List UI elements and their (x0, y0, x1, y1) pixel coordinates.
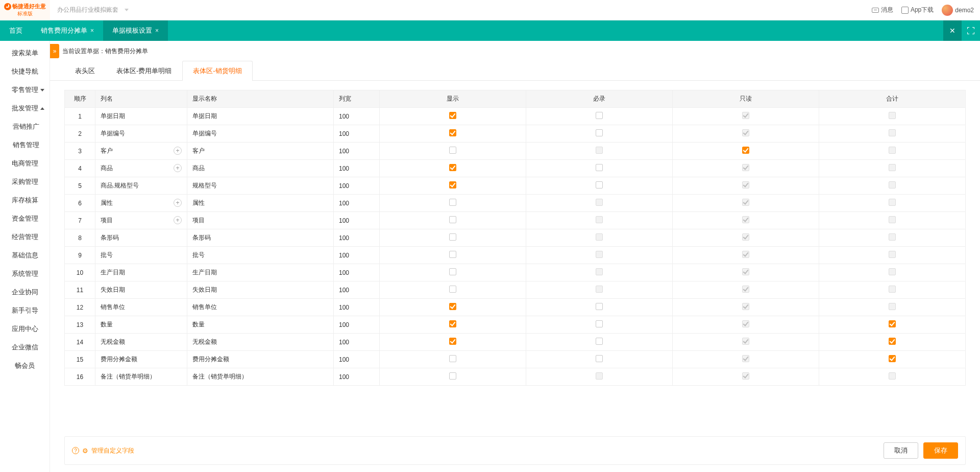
checkbox[interactable] (596, 112, 603, 119)
expand-plus-icon[interactable]: + (174, 147, 182, 155)
cell-width[interactable]: 100 (334, 212, 380, 229)
cell-dispname[interactable]: 销售单位 (187, 299, 334, 316)
checkbox[interactable] (596, 129, 603, 136)
checkbox[interactable] (889, 355, 896, 362)
user-menu[interactable]: demo2 (942, 5, 974, 16)
sidebar-subitem[interactable]: 销售管理 (0, 136, 50, 154)
checkbox[interactable] (449, 320, 456, 327)
expand-plus-icon[interactable]: + (174, 199, 182, 207)
checkbox[interactable] (449, 303, 456, 310)
cell-dispname[interactable]: 单据编号 (187, 125, 334, 143)
checkbox[interactable] (449, 216, 456, 223)
checkbox[interactable] (596, 303, 603, 310)
checkbox[interactable] (449, 286, 456, 293)
cell-dispname[interactable]: 项目 (187, 212, 334, 229)
checkbox[interactable] (449, 181, 456, 188)
checkbox[interactable] (449, 268, 456, 275)
sidebar-item[interactable]: 应用中心 (0, 320, 50, 338)
cell-dispname[interactable]: 备注（销货单明细） (187, 368, 334, 386)
checkbox[interactable] (449, 164, 456, 171)
checkbox[interactable] (596, 164, 603, 171)
cell-width[interactable]: 100 (334, 247, 380, 264)
sidebar-item[interactable]: 企业微信 (0, 338, 50, 357)
nav-tab[interactable]: 首页 (0, 20, 32, 41)
checkbox[interactable] (449, 147, 456, 154)
checkbox[interactable] (449, 199, 456, 206)
sidebar-item[interactable]: 企业协同 (0, 283, 50, 301)
app-download-button[interactable]: App下载 (901, 6, 934, 14)
sidebar-item[interactable]: 电商管理 (0, 154, 50, 173)
cell-dispname[interactable]: 失效日期 (187, 281, 334, 299)
checkbox[interactable] (742, 147, 749, 154)
sidebar-item[interactable]: 基础信息 (0, 246, 50, 265)
expand-plus-icon[interactable]: + (174, 216, 182, 224)
cell-width[interactable]: 100 (334, 264, 380, 281)
cell-width[interactable]: 100 (334, 108, 380, 125)
checkbox[interactable] (449, 355, 456, 362)
messages-button[interactable]: 消息 (872, 6, 893, 14)
cell-dispname[interactable]: 条形码 (187, 229, 334, 247)
cell-width[interactable]: 100 (334, 281, 380, 299)
cell-dispname[interactable]: 商品 (187, 160, 334, 177)
subtab[interactable]: 表体区-费用单明细 (106, 61, 182, 81)
checkbox[interactable] (889, 320, 896, 327)
cell-dispname[interactable]: 无税金额 (187, 334, 334, 351)
cell-width[interactable]: 100 (334, 229, 380, 247)
cell-width[interactable]: 100 (334, 351, 380, 368)
cell-width[interactable]: 100 (334, 368, 380, 386)
checkbox[interactable] (596, 355, 603, 362)
checkbox[interactable] (449, 112, 456, 119)
checkbox[interactable] (449, 251, 456, 258)
cell-dispname[interactable]: 规格型号 (187, 177, 334, 195)
cell-dispname[interactable]: 单据日期 (187, 108, 334, 125)
expand-plus-icon[interactable]: + (174, 164, 182, 172)
manage-custom-fields-link[interactable]: 管理自定义字段 (91, 446, 134, 455)
sidebar-item[interactable]: 经营管理 (0, 228, 50, 246)
checkbox[interactable] (596, 320, 603, 327)
sidebar-item[interactable]: 资金管理 (0, 209, 50, 228)
save-button[interactable]: 保存 (923, 442, 958, 459)
checkbox[interactable] (449, 129, 456, 136)
sidebar-item[interactable]: 采购管理 (0, 173, 50, 191)
cancel-button[interactable]: 取消 (884, 442, 918, 459)
sidebar-item[interactable]: 新手引导 (0, 301, 50, 320)
subtab[interactable]: 表体区-销货明细 (182, 61, 252, 81)
cell-width[interactable]: 100 (334, 143, 380, 160)
checkbox[interactable] (596, 338, 603, 345)
sidebar-item[interactable]: 库存核算 (0, 191, 50, 209)
cell-dispname[interactable]: 数量 (187, 316, 334, 334)
nav-tab[interactable]: 销售费用分摊单× (32, 20, 103, 41)
cell-width[interactable]: 100 (334, 299, 380, 316)
sidebar-item[interactable]: 系统管理 (0, 265, 50, 283)
sidebar-item[interactable]: 搜索菜单 (0, 44, 50, 62)
sidebar-subitem[interactable]: 营销推广 (0, 117, 50, 136)
cell-dispname[interactable]: 客户 (187, 143, 334, 160)
sidebar-item[interactable]: 畅会员 (0, 357, 50, 375)
sidebar-item[interactable]: 快捷导航 (0, 62, 50, 81)
org-selector[interactable]: 办公用品行业模拟账套 (57, 6, 129, 14)
checkbox[interactable] (449, 233, 456, 241)
close-all-tabs-button[interactable]: ✕ (943, 20, 962, 41)
cell-width[interactable]: 100 (334, 125, 380, 143)
sidebar-expand-toggle[interactable]: » (50, 44, 59, 58)
checkbox[interactable] (889, 338, 896, 345)
checkbox[interactable] (596, 181, 603, 188)
cell-width[interactable]: 100 (334, 160, 380, 177)
sidebar-item[interactable]: 批发管理 (0, 99, 50, 117)
close-icon[interactable]: × (90, 27, 94, 34)
cell-dispname[interactable]: 批号 (187, 247, 334, 264)
cell-width[interactable]: 100 (334, 177, 380, 195)
fullscreen-button[interactable] (962, 20, 980, 41)
cell-width[interactable]: 100 (334, 316, 380, 334)
cell-dispname[interactable]: 生产日期 (187, 264, 334, 281)
checkbox[interactable] (449, 338, 456, 345)
cell-width[interactable]: 100 (334, 195, 380, 212)
cell-width[interactable]: 100 (334, 334, 380, 351)
nav-tab[interactable]: 单据模板设置× (103, 20, 168, 41)
cell-dispname[interactable]: 费用分摊金额 (187, 351, 334, 368)
sidebar-item[interactable]: 零售管理 (0, 81, 50, 99)
cell-dispname[interactable]: 属性 (187, 195, 334, 212)
close-icon[interactable]: × (155, 27, 159, 34)
subtab[interactable]: 表头区 (64, 61, 106, 81)
checkbox[interactable] (449, 372, 456, 380)
